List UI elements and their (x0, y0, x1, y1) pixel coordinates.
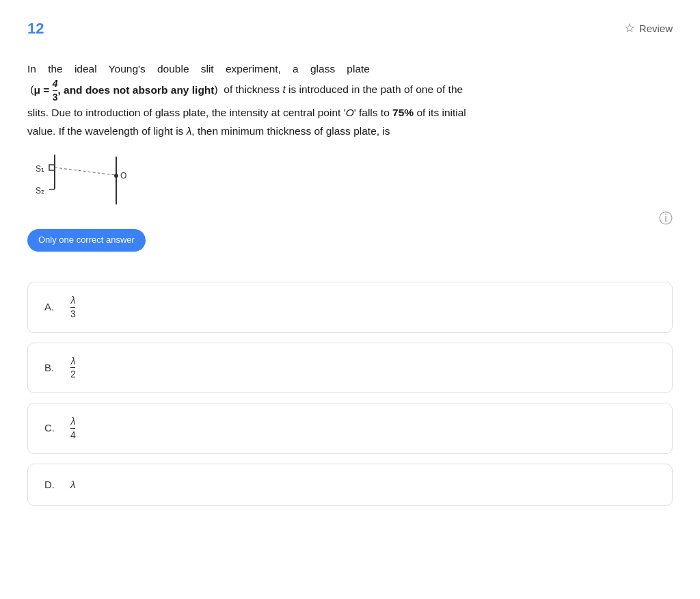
option-d[interactable]: D. λ (27, 464, 673, 506)
question-continuation: slits. Due to introduction of glass plat… (27, 103, 673, 122)
option-c-label: C. (44, 420, 58, 436)
option-a-value: λ 3 (70, 295, 76, 320)
question-number: 12 (27, 16, 44, 40)
option-d-value: λ (70, 477, 75, 493)
option-b-value: λ 2 (70, 356, 76, 381)
svg-rect-1 (49, 165, 55, 170)
options-container: A. λ 3 B. λ 2 C. λ (27, 282, 673, 506)
only-one-badge[interactable]: Only one correct answer (27, 229, 146, 252)
question-condition-line: (μ = 43, and does not absorb any light) … (27, 78, 673, 103)
page-container: 12 ☆ Review In the ideal Young's double … (0, 0, 700, 522)
question-body: In the ideal Young's double slit experim… (27, 59, 673, 213)
option-d-label: D. (44, 477, 58, 493)
question-text: In the ideal Young's double slit experim… (27, 59, 673, 78)
option-a[interactable]: A. λ 3 (27, 282, 673, 333)
option-b[interactable]: B. λ 2 (27, 343, 673, 394)
option-c[interactable]: C. λ 4 (27, 403, 673, 454)
condition-expression: (μ = 43, and does not absorb any light) (27, 84, 221, 96)
review-button[interactable]: ☆ Review (624, 18, 673, 38)
option-a-label: A. (44, 299, 58, 315)
question-wavelength: value. If the wavelength of light is λ, … (27, 122, 673, 140)
info-icon[interactable]: ⓘ (659, 207, 673, 229)
svg-text:S₁: S₁ (36, 164, 44, 174)
experiment-diagram: S₁ O S₂ (34, 151, 157, 213)
svg-line-3 (55, 168, 115, 175)
svg-text:O: O (120, 171, 126, 181)
badge-row: Only one correct answer ⓘ (27, 229, 673, 271)
option-c-value: λ 4 (70, 416, 76, 441)
review-label: Review (639, 21, 673, 37)
header: 12 ☆ Review (27, 16, 673, 40)
diagram: S₁ O S₂ (34, 151, 157, 213)
star-icon: ☆ (624, 18, 635, 38)
svg-text:S₂: S₂ (36, 186, 44, 196)
option-b-label: B. (44, 360, 58, 376)
